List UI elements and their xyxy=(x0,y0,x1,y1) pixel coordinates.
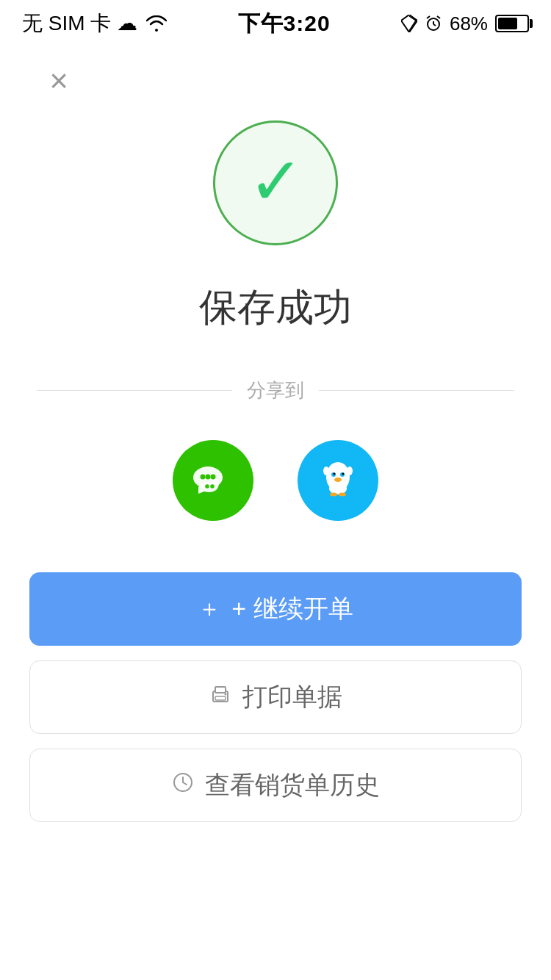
sim-status: 无 SIM 卡 ☁ xyxy=(22,10,137,37)
status-time: 下午3:20 xyxy=(238,9,331,39)
status-left: 无 SIM 卡 ☁ xyxy=(22,10,167,37)
svg-point-9 xyxy=(205,484,209,489)
svg-point-8 xyxy=(211,475,216,480)
qq-icon xyxy=(315,458,361,503)
share-divider: 分享到 xyxy=(37,378,514,403)
alarm-icon xyxy=(425,15,442,32)
checkmark-icon: ✓ xyxy=(248,148,303,215)
share-label: 分享到 xyxy=(247,378,304,403)
success-circle: ✓ xyxy=(213,120,338,245)
svg-point-20 xyxy=(323,466,329,475)
wifi-icon xyxy=(146,15,167,32)
print-button[interactable]: 打印单据 xyxy=(29,660,522,734)
wechat-icon xyxy=(188,455,238,505)
qq-share-button[interactable] xyxy=(298,440,378,521)
history-button[interactable]: 查看销货单历史 xyxy=(29,749,522,822)
svg-point-21 xyxy=(347,466,353,475)
battery-percent: 68% xyxy=(450,12,488,35)
share-section: 分享到 xyxy=(0,378,551,572)
status-right: 68% xyxy=(401,12,529,35)
svg-point-25 xyxy=(225,693,227,696)
status-bar: 无 SIM 卡 ☁ 下午3:20 68% xyxy=(0,0,551,47)
success-title: 保存成功 xyxy=(199,282,352,334)
plus-icon: ＋ xyxy=(198,593,221,625)
svg-point-6 xyxy=(201,475,206,480)
svg-line-4 xyxy=(437,16,440,18)
svg-point-17 xyxy=(329,483,347,494)
svg-point-16 xyxy=(334,478,342,482)
svg-point-7 xyxy=(206,475,211,480)
history-icon xyxy=(171,771,195,800)
svg-point-19 xyxy=(339,493,346,497)
print-label: 打印单据 xyxy=(242,680,342,714)
main-content: ✓ 保存成功 分享到 xyxy=(0,47,551,822)
svg-line-2 xyxy=(433,24,436,26)
history-label: 查看销货单历史 xyxy=(205,768,380,802)
continue-button[interactable]: ＋ + 继续开单 xyxy=(29,572,522,646)
location-icon xyxy=(401,15,417,32)
svg-point-10 xyxy=(210,484,215,489)
share-icons xyxy=(37,440,514,521)
svg-point-15 xyxy=(342,473,345,475)
close-icon: × xyxy=(49,65,68,97)
svg-line-3 xyxy=(427,16,430,18)
svg-rect-23 xyxy=(215,687,226,693)
battery-icon xyxy=(495,15,529,32)
close-button[interactable]: × xyxy=(37,59,81,103)
continue-label: + 继续开单 xyxy=(231,592,353,626)
wechat-share-button[interactable] xyxy=(173,440,253,521)
print-icon xyxy=(209,682,232,712)
svg-point-18 xyxy=(330,493,337,497)
action-buttons: ＋ + 继续开单 打印单据 查看销货单历 xyxy=(0,572,551,822)
svg-point-14 xyxy=(334,473,336,475)
svg-rect-24 xyxy=(215,696,226,700)
